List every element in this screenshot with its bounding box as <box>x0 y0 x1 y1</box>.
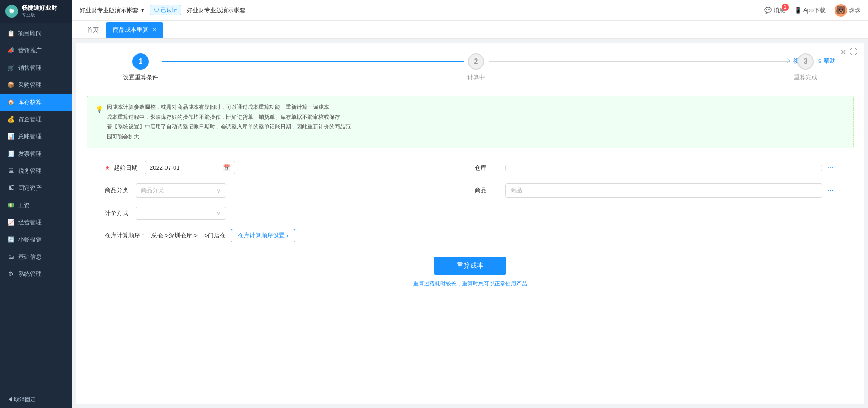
sidebar-item-system[interactable]: ⚙ 系统管理 <box>0 266 72 283</box>
sidebar-item-salary[interactable]: 💵 工资 <box>0 197 72 214</box>
tab-close-icon[interactable]: × <box>153 26 156 33</box>
pricing-group: 计价方式 ∨ <box>105 207 466 220</box>
topbar: 好业财专业版演示帐套 ▾ 🛡 已认证 好业财专业版演示帐套 💬 消息 1 📱 A… <box>72 0 868 21</box>
form-row-1: ★ 起始日期 2022-07-01 📅 仓库 ··· <box>105 161 835 174</box>
sidebar-item-label-basic: 基础信息 <box>18 253 42 261</box>
notice-box: 💡 因成本计算参数调整，或是对商品成本有疑问时，可以通过成本重算功能，重新计算一… <box>87 96 854 148</box>
dropdown-arrow-icon: ▾ <box>141 7 144 14</box>
calendar-icon[interactable]: 📅 <box>223 164 230 171</box>
sidebar-item-operation[interactable]: 📈 经营管理 <box>0 214 72 231</box>
sidebar-item-label-assets: 固定资产 <box>18 184 42 192</box>
sidebar-item-assets[interactable]: 🏗 固定资产 <box>0 180 72 197</box>
submit-section: 重算成本 重算过程耗时较长，重算时您可以正常使用产品 <box>87 257 854 288</box>
product-more-icon[interactable]: ··· <box>826 185 835 196</box>
start-date-input[interactable]: 2022-07-01 📅 <box>145 161 235 174</box>
sidebar-item-label-expense: 小畅报销 <box>18 236 42 244</box>
form-section: ★ 起始日期 2022-07-01 📅 仓库 ··· <box>87 161 854 242</box>
warehouse-order-settings-button[interactable]: 仓库计算顺序设置 › <box>231 229 295 242</box>
step-line-2 <box>489 61 791 62</box>
step-3-label: 重算完成 <box>794 73 817 81</box>
start-date-label: 起始日期 <box>114 164 141 172</box>
sidebar-item-sales[interactable]: 🛒 销售管理 <box>0 59 72 76</box>
purchase-icon: 📦 <box>7 81 14 89</box>
sidebar-nav: 📋 项目顾问 📣 营销推广 🛒 销售管理 📦 采购管理 🏠 库存核算 💰 资金管… <box>0 23 72 391</box>
category-dropdown-icon: ∨ <box>217 187 221 194</box>
sidebar-item-label-operation: 经营管理 <box>18 218 42 227</box>
sidebar-item-inventory[interactable]: 🏠 库存核算 <box>0 94 72 111</box>
sidebar-item-basic[interactable]: 🗂 基础信息 <box>0 248 72 266</box>
sidebar-pin-toggle[interactable]: ◀ 取消固定 <box>0 391 72 408</box>
step-1-label: 设置重算条件 <box>123 73 158 81</box>
warehouse-input[interactable] <box>505 165 822 171</box>
pricing-select[interactable]: ∨ <box>136 207 226 220</box>
notice-line-4: 围可能会扩大 <box>107 132 351 142</box>
category-select[interactable]: 商品分类 ∨ <box>136 183 226 198</box>
step-3: 3 重算完成 <box>794 53 817 81</box>
basic-icon: 🗂 <box>7 253 14 261</box>
expense-icon: 🔄 <box>7 236 14 243</box>
invoice-icon: 🧾 <box>7 150 14 157</box>
submit-hint: 重算过程耗时较长，重算时您可以正常使用产品 <box>413 280 527 288</box>
warehouse-group: 仓库 ··· <box>475 162 835 174</box>
message-icon: 💬 <box>764 7 772 14</box>
sidebar-pin-label: ◀ 取消固定 <box>7 396 36 403</box>
category-group: 商品分类 商品分类 ∨ <box>105 183 466 198</box>
phone-icon: 📱 <box>794 7 802 14</box>
operation-icon: 📈 <box>7 219 14 226</box>
product-input[interactable]: 商品 <box>505 183 822 198</box>
sidebar-item-accounting[interactable]: 📊 总账管理 <box>0 128 72 145</box>
sidebar-logo: 畅 <box>5 5 18 18</box>
step-2-circle: 2 <box>468 53 484 70</box>
sidebar-item-label-tax: 税务管理 <box>18 167 42 175</box>
tab-home[interactable]: 首页 <box>80 22 106 38</box>
tab-cost-recalc[interactable]: 商品成本重算 × <box>106 22 163 38</box>
product-group: 商品 商品 ··· <box>475 183 835 198</box>
sidebar-item-label-accounting: 总账管理 <box>18 133 42 141</box>
pricing-label: 计价方式 <box>105 209 132 218</box>
pricing-dropdown-icon: ∨ <box>217 210 221 217</box>
sidebar-item-invoice[interactable]: 🧾 发票管理 <box>0 145 72 162</box>
sidebar-item-project[interactable]: 📋 项目顾问 <box>0 25 72 42</box>
step-line-1 <box>162 61 464 62</box>
app-download-label: App下载 <box>803 6 826 14</box>
form-row-2: 商品分类 商品分类 ∨ 商品 商品 ··· <box>105 183 835 198</box>
step-1-circle: 1 <box>132 53 149 70</box>
warehouse-order-row: 仓库计算顺序： 总仓->深圳仓库->...->门店仓 仓库计算顺序设置 › <box>105 229 835 242</box>
form-row-3: 计价方式 ∨ <box>105 207 835 220</box>
user-name: 珠珠 <box>849 6 861 14</box>
warehouse-order-label: 仓库计算顺序： <box>105 232 146 240</box>
salary-icon: 💵 <box>7 202 14 209</box>
sidebar: 畅 畅捷通好业财 专业版 📋 项目顾问 📣 营销推广 🛒 销售管理 📦 采购管理… <box>0 0 72 408</box>
sidebar-item-label-purchase: 采购管理 <box>18 81 42 89</box>
app-download-action[interactable]: 📱 App下载 <box>794 6 826 14</box>
topbar-right: 💬 消息 1 📱 App下载 🐻 珠珠 <box>764 4 861 17</box>
sidebar-item-label-invoice: 发票管理 <box>18 150 42 158</box>
help-link[interactable]: ⊙ 帮助 <box>817 57 835 65</box>
warehouse-more-icon[interactable]: ··· <box>826 162 835 174</box>
sidebar-item-expense[interactable]: 🔄 小畅报销 <box>0 231 72 248</box>
sidebar-header: 畅 畅捷通好业财 专业版 <box>0 0 72 23</box>
required-marker: ★ <box>105 164 110 171</box>
sidebar-item-finance[interactable]: 💰 资金管理 <box>0 111 72 128</box>
product-label: 商品 <box>475 186 502 195</box>
project-icon: 📋 <box>7 30 14 37</box>
sidebar-title-group: 畅捷通好业财 专业版 <box>22 5 57 18</box>
start-date-group: ★ 起始日期 2022-07-01 📅 <box>105 161 466 174</box>
sidebar-item-tax[interactable]: 🏛 税务管理 <box>0 162 72 180</box>
recalculate-button[interactable]: 重算成本 <box>434 257 506 275</box>
message-action[interactable]: 💬 消息 1 <box>764 6 785 14</box>
product-placeholder: 商品 <box>510 186 522 195</box>
sidebar-item-purchase[interactable]: 📦 采购管理 <box>0 76 72 94</box>
user-avatar-action[interactable]: 🐻 珠珠 <box>835 4 861 17</box>
category-label: 商品分类 <box>105 186 132 195</box>
account-selector[interactable]: 好业财专业版演示帐套 ▾ <box>80 6 144 14</box>
sidebar-item-marketing[interactable]: 📣 营销推广 <box>0 42 72 59</box>
sidebar-item-label-inventory: 库存核算 <box>18 98 42 106</box>
sidebar-item-label-marketing: 营销推广 <box>18 47 42 55</box>
tabbar: 首页 商品成本重算 × <box>72 21 868 39</box>
system-icon: ⚙ <box>7 270 14 278</box>
sales-icon: 🛒 <box>7 64 14 71</box>
step-1: 1 设置重算条件 <box>123 53 158 81</box>
finance-icon: 💰 <box>7 116 14 123</box>
marketing-icon: 📣 <box>7 47 14 54</box>
